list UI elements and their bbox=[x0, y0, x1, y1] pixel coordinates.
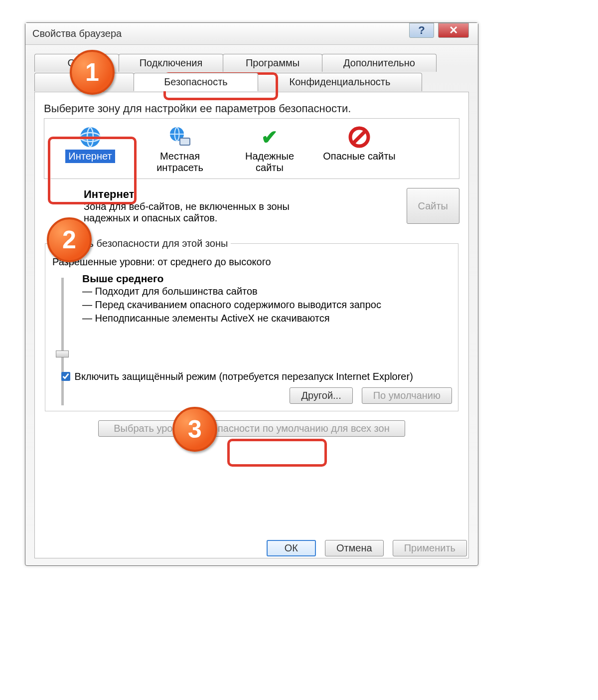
dialog-window: Свойства браузера ? ✕ Сод Подключения Пр… bbox=[25, 22, 478, 566]
level-bullets: — Подходит для большинства сайтов — Пере… bbox=[82, 285, 452, 325]
tab-content[interactable]: Сод bbox=[34, 54, 119, 72]
window-title: Свойства браузера bbox=[32, 28, 122, 39]
tab-row-upper: Сод Подключения Программы Дополнительно bbox=[34, 54, 436, 72]
tab-programs[interactable]: Программы bbox=[223, 54, 322, 72]
security-level-slider[interactable] bbox=[52, 273, 72, 362]
zone-prompt-label: Выберите зону для настройки ее параметро… bbox=[44, 102, 459, 115]
reset-all-zones-button[interactable]: Выбрать уровень безопасности по умолчани… bbox=[98, 420, 405, 437]
close-icon: ✕ bbox=[449, 24, 458, 37]
zone-internet[interactable]: Интернет bbox=[50, 125, 130, 175]
tab-advanced[interactable]: Дополнительно bbox=[322, 54, 437, 72]
sites-button[interactable]: Сайты bbox=[407, 188, 460, 224]
tab-row-lower: О Безопасность Конфиденциальность bbox=[34, 73, 422, 91]
zone-restricted[interactable]: Опасные сайты bbox=[319, 125, 399, 175]
protected-mode-row: Включить защищённый режим (потребуется п… bbox=[52, 370, 452, 382]
security-level-group: Уровень безопасности для этой зоны Разре… bbox=[45, 238, 458, 411]
globe-icon bbox=[50, 125, 130, 150]
custom-level-button[interactable]: Другой... bbox=[290, 387, 352, 404]
dialog-footer-buttons: ОК Отмена Применить bbox=[267, 540, 467, 556]
tab-connections[interactable]: Подключения bbox=[119, 54, 223, 72]
level-name: Выше среднего bbox=[82, 273, 452, 285]
level-bullet: — Перед скачиванием опасного содержимого… bbox=[82, 298, 452, 312]
zone-internet-label: Интернет bbox=[65, 150, 115, 163]
forbidden-icon bbox=[319, 125, 399, 150]
zone-intranet-label: Местная интрасеть bbox=[140, 150, 220, 175]
protected-mode-label: Включить защищённый режим (потребуется п… bbox=[75, 371, 413, 382]
zone-trusted-label: Надежные сайты bbox=[230, 150, 309, 175]
zone-intranet[interactable]: Местная интрасеть bbox=[140, 125, 220, 175]
level-bullet: — Неподписанные элементы ActiveX не скач… bbox=[82, 312, 452, 325]
svg-rect-3 bbox=[180, 138, 190, 145]
apply-button[interactable]: Применить bbox=[393, 540, 467, 556]
slider-thumb[interactable] bbox=[56, 350, 69, 357]
zone-desc-title: Интернет bbox=[84, 188, 365, 201]
tab-security[interactable]: Безопасность bbox=[134, 73, 258, 91]
zone-trusted[interactable]: ✔ Надежные сайты bbox=[230, 125, 309, 175]
help-button[interactable]: ? bbox=[409, 23, 434, 38]
tab-general[interactable]: О bbox=[34, 73, 134, 91]
zone-restricted-label: Опасные сайты bbox=[321, 150, 397, 163]
slider-track bbox=[61, 278, 64, 405]
protected-mode-checkbox[interactable] bbox=[61, 372, 70, 381]
security-panel: Выберите зону для настройки ее параметро… bbox=[34, 92, 469, 558]
zone-list[interactable]: Интернет Местная интрасеть ✔ Надежные са… bbox=[44, 118, 459, 179]
intranet-icon bbox=[140, 125, 220, 150]
tab-privacy[interactable]: Конфиденциальность bbox=[258, 73, 422, 91]
security-level-legend: Уровень безопасности для этой зоны bbox=[52, 238, 231, 249]
checkmark-icon: ✔ bbox=[230, 125, 309, 150]
ok-button[interactable]: ОК bbox=[267, 540, 316, 556]
cancel-button[interactable]: Отмена bbox=[325, 540, 384, 556]
close-button[interactable]: ✕ bbox=[438, 23, 469, 38]
help-icon: ? bbox=[418, 24, 425, 37]
svg-line-5 bbox=[353, 131, 365, 143]
allowed-levels-label: Разрешенные уровни: от среднего до высок… bbox=[52, 256, 452, 268]
zone-desc-body: Зона для веб-сайтов, не включенных в зон… bbox=[84, 201, 303, 224]
default-level-button[interactable]: По умолчанию bbox=[362, 387, 452, 404]
level-bullet: — Подходит для большинства сайтов bbox=[82, 285, 452, 298]
title-bar[interactable]: Свойства браузера ? ✕ bbox=[25, 23, 478, 45]
